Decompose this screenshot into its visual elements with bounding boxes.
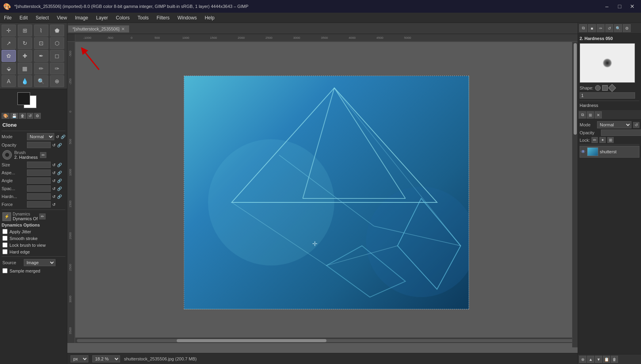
ink-tool[interactable]: ✒ [34,50,48,62]
layer-item[interactable]: 👁 shutterst [580,146,639,158]
brush-name-label[interactable]: 2. Hardness [14,155,38,160]
menu-colors[interactable]: Colors [112,13,134,23]
layers-panel-icon[interactable]: ⧉ [579,111,586,118]
shape-square-option[interactable] [602,85,608,91]
menu-filters[interactable]: Filters [153,13,174,23]
path-tool[interactable]: ✑ [50,63,64,74]
layer-mode-reset[interactable]: ↺ [633,122,639,128]
zoom-tool[interactable]: 🔍 [34,75,48,87]
text-tool[interactable]: A [2,75,16,87]
opacity-link-btn[interactable]: 🔗 [57,143,62,147]
canvas-image[interactable]: ✛ [184,76,469,309]
right-icon-config[interactable]: ⚙ [623,24,631,32]
aspect-input[interactable]: 0.00 [27,170,51,176]
canvas-tab[interactable]: *[shutterstock_2535506] ✕ [68,25,129,32]
blend-tool[interactable]: ▦ [18,63,32,74]
layer-lock-move[interactable]: ⊞ [607,137,614,143]
brush-edit-btn[interactable]: ✏ [40,152,46,158]
hard-edge-checkbox[interactable] [2,249,8,254]
layer-duplicate-btn[interactable]: 📋 [603,356,610,363]
perspective-tool[interactable]: ⬡ [50,37,64,49]
mode-extra-btn[interactable]: ↺ [56,135,59,139]
hardness-link-btn[interactable]: 🔗 [57,194,62,199]
menu-windows[interactable]: Windows [174,13,201,23]
layer-lower-btn[interactable]: ▼ [595,356,602,363]
foreground-color-swatch[interactable] [17,92,30,105]
shape-circle-option[interactable] [595,85,601,91]
menu-edit[interactable]: Edit [15,13,32,23]
fuzzy-select-tool[interactable]: ⬟ [50,25,64,36]
vertical-scrollbar[interactable] [572,42,578,347]
extra-tool[interactable]: ⊕ [50,75,64,87]
size-input[interactable]: 51.00 [27,162,51,168]
layer-lock-alpha[interactable]: ✦ [599,137,606,143]
mode-lock-btn[interactable]: 🔗 [61,135,65,139]
spacing-link-btn[interactable]: 🔗 [57,187,62,191]
crop-tool[interactable]: ⊡ [34,37,48,49]
menu-file[interactable]: File [0,13,15,23]
spacing-input[interactable]: 10.0 [27,185,51,192]
hardness-reset-btn[interactable]: ↺ [52,194,55,199]
options-reset-icon[interactable]: ↺ [27,113,33,119]
layers-panel-btn2[interactable]: ⊞ [587,111,594,118]
brush-preview-icon[interactable] [2,150,12,160]
unit-select[interactable]: px mm cm [71,355,88,362]
right-icon-undo[interactable]: ↺ [605,24,613,32]
menu-layer[interactable]: Layer [92,13,112,23]
angle-reset-btn[interactable]: ↺ [52,179,55,183]
move-tool[interactable]: ✛ [2,25,16,36]
layer-new-btn[interactable]: ⊕ [579,356,586,363]
hardness-input[interactable]: 50.0 [27,193,51,200]
close-button[interactable]: ✕ [627,1,638,12]
smooth-stroke-checkbox[interactable] [2,236,8,241]
right-icon-layers[interactable]: ⧉ [579,24,587,32]
aspect-link-btn[interactable]: 🔗 [57,171,62,175]
sample-merged-checkbox[interactable] [2,268,8,273]
align-tool[interactable]: ⊞ [18,25,32,36]
lock-brush-checkbox[interactable] [2,242,8,248]
eraser-tool[interactable]: ◻ [50,50,64,62]
menu-select[interactable]: Select [32,13,53,23]
zoom-select[interactable]: 18.2 % 25 % 50 % 100 % [92,355,120,362]
angle-link-btn[interactable]: 🔗 [57,179,62,183]
spacing-reset-btn[interactable]: ↺ [52,187,55,191]
size-reset-btn[interactable]: ↺ [52,163,55,167]
shape-diamond-option[interactable] [608,84,616,92]
right-icon-channels[interactable]: ■ [588,24,596,32]
source-select[interactable]: Image Pattern [24,259,55,266]
aspect-reset-btn[interactable]: ↺ [52,171,55,175]
brush-shape-input[interactable] [580,92,635,99]
pencil-tool[interactable]: ✏ [34,63,48,74]
v-scrollbar-thumb[interactable] [574,43,577,135]
rotate-tool[interactable]: ↻ [18,37,32,49]
maximize-button[interactable]: □ [614,1,625,12]
apply-jitter-checkbox[interactable] [2,229,8,234]
force-reset-btn[interactable]: ↺ [52,202,55,207]
menu-tools[interactable]: Tools [134,13,153,23]
angle-input[interactable]: 0.00 [27,177,51,184]
options-tool-icon[interactable]: 🎨 [2,113,10,119]
right-icon-search[interactable]: 🔍 [614,24,622,32]
tab-close-btn[interactable]: ✕ [121,27,125,32]
right-icon-paths[interactable]: ✑ [597,24,605,32]
free-select-tool[interactable]: ⌇ [34,25,48,36]
size-link-btn[interactable]: 🔗 [57,163,62,167]
heal-tool[interactable]: ✚ [18,50,32,62]
opacity-reset-btn[interactable]: ↺ [52,143,55,147]
menu-image[interactable]: Image [71,13,92,23]
layer-lock-paint[interactable]: ✏ [591,137,598,143]
menu-help[interactable]: Help [201,13,219,23]
options-save-icon[interactable]: 💾 [10,113,18,119]
layer-raise-btn[interactable]: ▲ [587,356,594,363]
layer-delete-btn[interactable]: 🗑 [611,356,618,363]
options-delete-icon[interactable]: 🗑 [19,113,26,119]
options-config-icon[interactable]: ⚙ [34,113,41,119]
layer-visibility-icon[interactable]: 👁 [581,149,586,154]
force-input[interactable]: 50.0 [27,201,51,208]
dynamics-edit-btn[interactable]: ✏ [39,213,46,219]
minimize-button[interactable]: – [601,1,612,12]
color-picker-tool[interactable]: 💧 [18,75,32,87]
transform-tool[interactable]: ↗ [2,37,16,49]
clone-tool[interactable]: ✿ [2,50,16,62]
h-scrollbar-thumb[interactable] [177,339,326,342]
